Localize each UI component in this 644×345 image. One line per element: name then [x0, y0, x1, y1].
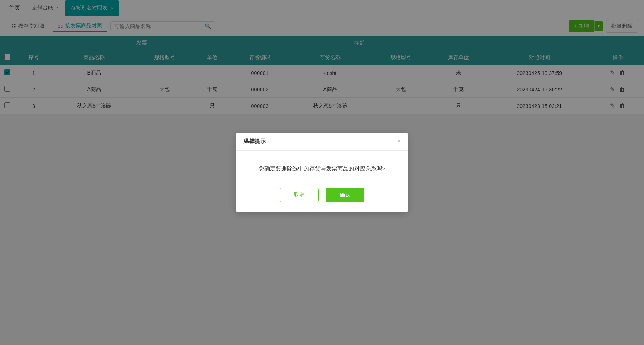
dialog-overlay[interactable]: 温馨提示 × 您确定要删除选中的存货与发票商品的对应关系吗? 取消 确认: [0, 0, 644, 114]
